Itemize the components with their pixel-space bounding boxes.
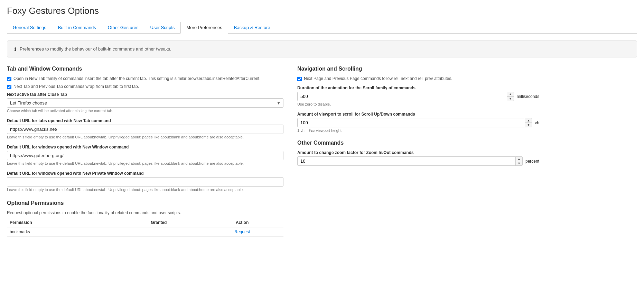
- checkbox-nav[interactable]: [297, 77, 302, 81]
- permissions-col-action: Action: [201, 218, 283, 227]
- checkbox-row-newtab: Open in New Tab family of commands inser…: [7, 76, 283, 81]
- table-row: bookmarks Request: [7, 227, 283, 237]
- scroll-animation-hint: Use zero to disable.: [297, 102, 539, 106]
- zoom-factor-unit: percent: [525, 159, 539, 164]
- next-active-tab-select-wrapper: Let Firefox choose Previous tab Next tab…: [7, 98, 283, 108]
- next-active-tab-label: Next active tab after Close Tab: [7, 92, 283, 97]
- scroll-amount-input[interactable]: [298, 118, 525, 127]
- right-column: Navigation and Scrolling Next Page and P…: [297, 66, 539, 237]
- default-url-private-hint: Leave this field empty to use the defaul…: [7, 188, 283, 192]
- zoom-factor-input[interactable]: [298, 157, 515, 165]
- optional-permissions-title: Optional Permissions: [7, 200, 283, 206]
- default-url-newwindow-hint: Leave this field empty to use the defaul…: [7, 161, 283, 165]
- zoom-factor-label: Amount to change zoom factor for Zoom In…: [297, 150, 539, 155]
- permissions-table: Permission Granted Action bookmarks Requ…: [7, 218, 283, 237]
- default-url-newwindow-group: Default URL for windows opened with New …: [7, 145, 283, 165]
- permissions-col-granted: Granted: [116, 218, 201, 227]
- scroll-animation-spinner-btns: ▲ ▼: [507, 92, 514, 101]
- zoom-factor-decrement[interactable]: ▼: [516, 161, 522, 165]
- checkbox-row-nav: Next Page and Previous Page commands fol…: [297, 76, 539, 81]
- scroll-animation-group: Duration of the animation for the Scroll…: [297, 85, 539, 106]
- checkbox-nav-label: Next Page and Previous Page commands fol…: [304, 76, 452, 81]
- tab-backup-restore[interactable]: Backup & Restore: [228, 22, 276, 34]
- default-url-newtab-input[interactable]: [7, 125, 283, 134]
- tab-window-section-title: Tab and Window Commands: [7, 66, 283, 72]
- info-box: ℹ Preferences to modify the behaviour of…: [7, 40, 637, 57]
- checkbox-wrap-label: Next Tab and Previous Tab commands wrap …: [13, 84, 139, 89]
- default-url-newtab-label: Default URL for tabs opened with New Tab…: [7, 118, 283, 123]
- checkbox-newtab[interactable]: [7, 77, 11, 81]
- permission-action: Request: [201, 227, 283, 237]
- permission-name: bookmarks: [7, 227, 116, 237]
- scroll-animation-spinner: ▲ ▼: [297, 92, 514, 101]
- scroll-animation-increment[interactable]: ▲: [507, 92, 514, 97]
- scroll-animation-unit: milliseconds: [517, 94, 539, 99]
- scroll-amount-input-wrapper: ▲ ▼ vh: [297, 118, 539, 127]
- checkbox-row-wrap: Next Tab and Previous Tab commands wrap …: [7, 84, 283, 89]
- scroll-amount-spinner: ▲ ▼: [297, 118, 532, 127]
- tab-more-preferences[interactable]: More Preferences: [180, 22, 228, 34]
- scroll-amount-unit: vh: [535, 120, 539, 125]
- next-active-tab-group: Next active tab after Close Tab Let Fire…: [7, 92, 283, 113]
- info-icon: ℹ: [14, 46, 16, 52]
- tab-other-gestures[interactable]: Other Gestures: [102, 22, 144, 34]
- tab-built-in-commands[interactable]: Built-in Commands: [52, 22, 102, 34]
- scroll-amount-decrement[interactable]: ▼: [525, 123, 532, 127]
- zoom-factor-spinner: ▲ ▼: [297, 156, 523, 166]
- scroll-amount-label: Amount of viewport to scroll for Scroll …: [297, 112, 539, 117]
- scroll-amount-increment[interactable]: ▲: [525, 118, 532, 123]
- default-url-newwindow-label: Default URL for windows opened with New …: [7, 145, 283, 150]
- scroll-animation-input-wrapper: ▲ ▼ milliseconds: [297, 92, 539, 101]
- zoom-factor-input-wrapper: ▲ ▼ percent: [297, 156, 539, 166]
- default-url-newtab-hint: Leave this field empty to use the defaul…: [7, 135, 283, 139]
- page-title: Foxy Gestures Options: [7, 6, 637, 16]
- scroll-amount-spinner-btns: ▲ ▼: [525, 118, 532, 127]
- main-content: Tab and Window Commands Open in New Tab …: [7, 66, 637, 237]
- permission-granted: [116, 227, 201, 237]
- zoom-factor-increment[interactable]: ▲: [516, 157, 522, 161]
- scroll-animation-input[interactable]: [298, 92, 507, 101]
- checkbox-wrap[interactable]: [7, 85, 11, 89]
- scroll-amount-group: Amount of viewport to scroll for Scroll …: [297, 112, 539, 133]
- zoom-factor-group: Amount to change zoom factor for Zoom In…: [297, 150, 539, 166]
- default-url-newtab-group: Default URL for tabs opened with New Tab…: [7, 118, 283, 139]
- next-active-tab-select[interactable]: Let Firefox choose Previous tab Next tab: [7, 98, 283, 108]
- tab-general-settings[interactable]: General Settings: [7, 22, 52, 34]
- scroll-animation-label: Duration of the animation for the Scroll…: [297, 85, 539, 90]
- info-box-text: Preferences to modify the behaviour of b…: [20, 46, 171, 52]
- default-url-private-group: Default URL for windows opened with New …: [7, 171, 283, 192]
- scroll-animation-decrement[interactable]: ▼: [507, 97, 514, 101]
- zoom-factor-spinner-btns: ▲ ▼: [515, 157, 522, 165]
- default-url-private-label: Default URL for windows opened with New …: [7, 171, 283, 176]
- tab-user-scripts[interactable]: User Scripts: [144, 22, 181, 34]
- checkbox-newtab-label: Open in New Tab family of commands inser…: [13, 76, 261, 81]
- request-link[interactable]: Request: [234, 229, 250, 234]
- optional-permissions-description: Request optional permissions to enable t…: [7, 210, 283, 215]
- default-url-newwindow-input[interactable]: [7, 151, 283, 160]
- other-commands-section-title: Other Commands: [297, 140, 539, 146]
- scroll-amount-hint: 1 vh = ¹⁄₁₀₀ viewport height.: [297, 128, 539, 133]
- default-url-private-input[interactable]: [7, 177, 283, 187]
- tab-bar: General Settings Built-in Commands Other…: [7, 22, 637, 34]
- permissions-col-permission: Permission: [7, 218, 116, 227]
- nav-scrolling-section-title: Navigation and Scrolling: [297, 66, 539, 72]
- optional-permissions-section: Optional Permissions Request optional pe…: [7, 200, 283, 237]
- left-column: Tab and Window Commands Open in New Tab …: [7, 66, 283, 237]
- next-active-tab-hint: Choose which tab will be activated after…: [7, 109, 283, 113]
